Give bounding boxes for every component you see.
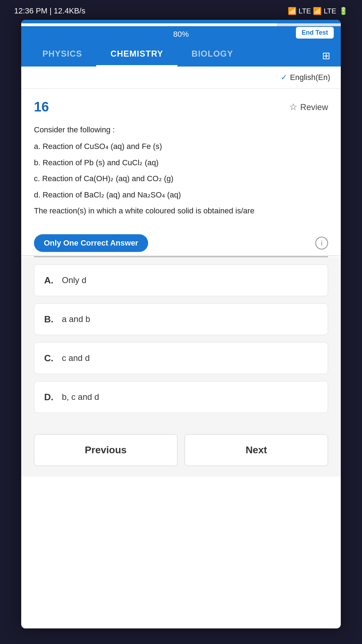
tab-biology[interactable]: BIOLOGY	[177, 42, 247, 67]
progress-row	[21, 23, 341, 26]
status-network: 📶 LTE 📶 LTE 🔋	[288, 7, 348, 15]
progress-bar-fill	[21, 23, 277, 26]
reaction-a: a. Reaction of CuSO₄ (aq) and Fe (s)	[34, 140, 328, 153]
navigation-buttons: Previous Next	[21, 427, 341, 477]
progress-area: 80% End Test	[21, 20, 341, 42]
option-d[interactable]: D. b, c and d	[34, 381, 328, 413]
progress-label: 80%	[173, 28, 189, 40]
reaction-d: d. Reaction of BaCl₂ (aq) and Na₂SO₄ (aq…	[34, 188, 328, 201]
reaction-b: b. Reaction of Pb (s) and CuCl₂ (aq)	[34, 156, 328, 169]
question-closing: The reaction(s) in which a white coloure…	[34, 204, 328, 217]
option-c[interactable]: C. c and d	[34, 342, 328, 374]
language-selector[interactable]: ✓ English(En)	[281, 73, 330, 82]
option-d-text: b, c and d	[62, 392, 99, 402]
question-area: 16 ☆ Review Consider the following : a. …	[21, 89, 341, 228]
phone-body: 80% End Test PHYSICS CHEMISTRY BIOLOGY ⊞…	[21, 20, 341, 628]
option-d-letter: D.	[44, 392, 62, 403]
question-text: Consider the following : a. Reaction of …	[34, 123, 328, 217]
previous-button[interactable]: Previous	[34, 434, 177, 466]
question-number: 16	[34, 99, 49, 115]
star-icon: ☆	[289, 102, 297, 113]
options-area: A. Only d B. a and b C. c and d D. b, c …	[21, 257, 341, 427]
signal-icon: 📶 LTE 📶 LTE	[288, 7, 336, 15]
language-bar: ✓ English(En)	[21, 67, 341, 89]
checkmark-icon: ✓	[281, 73, 287, 82]
option-b-letter: B.	[44, 314, 62, 325]
language-label: English(En)	[290, 73, 330, 82]
status-time: 12:36 PM | 12.4KB/s	[14, 6, 85, 16]
grid-icon[interactable]: ⊞	[319, 45, 334, 67]
option-b-text: a and b	[62, 314, 90, 324]
answer-type-badge: Only One Correct Answer	[34, 234, 148, 252]
next-button[interactable]: Next	[185, 434, 328, 466]
option-a[interactable]: A. Only d	[34, 264, 328, 296]
review-label: Review	[300, 102, 328, 112]
review-button[interactable]: ☆ Review	[289, 102, 328, 113]
question-intro: Consider the following :	[34, 123, 328, 136]
tab-chemistry[interactable]: CHEMISTRY	[96, 42, 177, 67]
tab-physics[interactable]: PHYSICS	[28, 42, 96, 67]
option-c-letter: C.	[44, 353, 62, 364]
battery-icon: 🔋	[339, 7, 348, 15]
option-a-letter: A.	[44, 275, 62, 286]
progress-bar-container	[21, 23, 341, 26]
end-test-button[interactable]: End Test	[296, 27, 334, 39]
info-icon[interactable]: i	[315, 237, 328, 249]
option-b[interactable]: B. a and b	[34, 303, 328, 335]
badge-row: Only One Correct Answer i	[21, 228, 341, 256]
option-c-text: c and d	[62, 353, 90, 363]
status-bar: 12:36 PM | 12.4KB/s 📶 LTE 📶 LTE 🔋	[0, 0, 362, 20]
tabs-bar: PHYSICS CHEMISTRY BIOLOGY ⊞	[21, 42, 341, 67]
option-a-text: Only d	[62, 275, 86, 285]
question-header: 16 ☆ Review	[34, 99, 328, 115]
reaction-c: c. Reaction of Ca(OH)₂ (aq) and CO₂ (g)	[34, 172, 328, 185]
